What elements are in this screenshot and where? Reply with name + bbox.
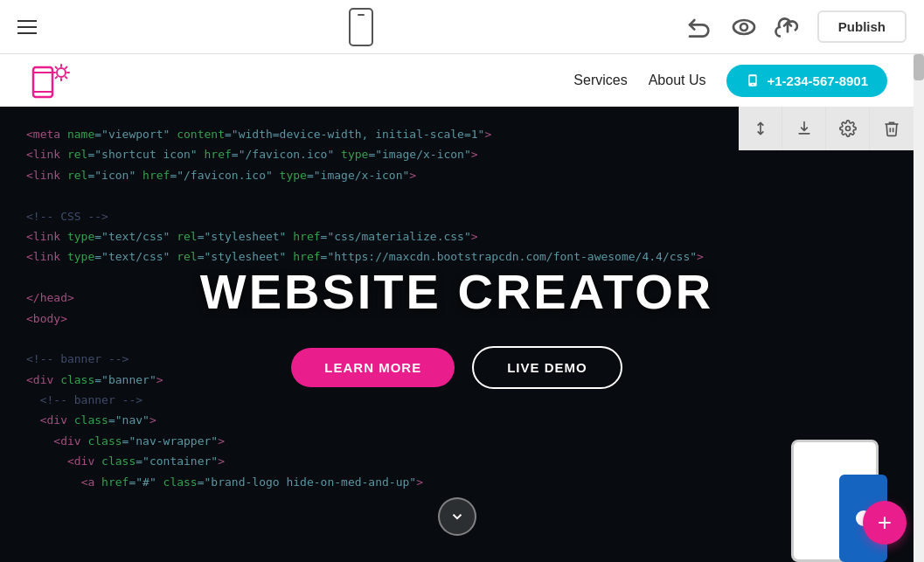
scrollbar[interactable] [914,54,924,562]
hero-toolbar-move[interactable] [739,107,782,150]
chevron-down-icon [449,509,465,524]
site-logo [26,57,74,105]
hero-content: WEBSITE CREATOR LEARN MORE LIVE DEMO [200,263,713,389]
toolbar-center [349,8,373,46]
preview-area: Services About Us +1-234-567-8901 <meta … [0,54,924,562]
hero-title: WEBSITE CREATOR [200,263,713,320]
phone-number: +1-234-567-8901 [767,73,868,88]
nav-link-services[interactable]: Services [573,73,627,88]
toolbar-right: Publish [686,10,907,43]
phone-icon [746,73,760,87]
hero-section-toolbar [739,107,914,150]
nav-phone-button[interactable]: +1-234-567-8901 [726,65,887,97]
hero-toolbar-delete[interactable] [870,107,914,150]
website-frame: Services About Us +1-234-567-8901 <meta … [0,54,914,562]
add-button[interactable]: + [863,501,907,545]
scrollbar-thumb[interactable] [914,54,924,80]
undo-icon[interactable] [686,13,714,41]
hero-toolbar-download[interactable] [782,107,826,150]
cloud-upload-icon[interactable] [774,13,802,41]
svg-line-12 [66,66,66,67]
publish-button[interactable]: Publish [817,10,907,43]
add-icon: + [878,509,892,537]
live-demo-button[interactable]: LIVE DEMO [472,346,622,389]
scroll-down-button[interactable] [438,497,476,536]
svg-point-5 [57,68,66,77]
svg-point-1 [740,24,747,31]
site-nav: Services About Us +1-234-567-8901 [0,54,914,107]
hero-toolbar-settings[interactable] [826,107,870,150]
toolbar-left [17,20,37,34]
learn-more-button[interactable]: LEARN MORE [291,348,455,387]
eye-icon[interactable] [730,13,758,41]
hero-section: <meta name="viewport" content="width=dev… [0,107,914,562]
svg-line-13 [56,77,57,78]
svg-line-11 [66,77,66,78]
top-toolbar: Publish [0,0,924,54]
svg-point-15 [845,127,850,131]
phone-preview-icon[interactable] [349,8,373,46]
site-nav-links: Services About Us +1-234-567-8901 [573,65,887,97]
publish-label: Publish [838,19,886,34]
svg-point-0 [733,20,754,34]
hero-buttons: LEARN MORE LIVE DEMO [291,346,622,389]
svg-line-10 [56,66,57,67]
logo-svg [26,57,74,105]
nav-link-about[interactable]: About Us [649,73,706,88]
hamburger-menu[interactable] [17,20,37,34]
